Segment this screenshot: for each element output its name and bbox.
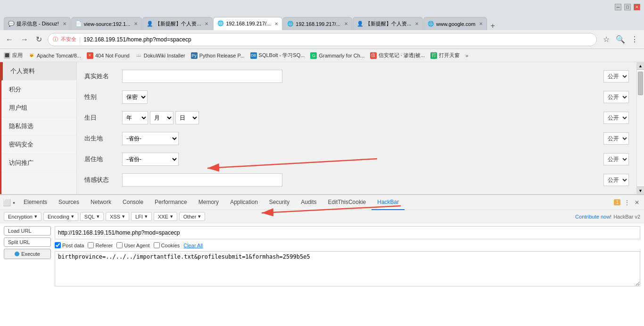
tab-3[interactable]: 👤 【新提醒】个人资... ✕: [142, 17, 213, 30]
visibility-birthplace[interactable]: 公开: [603, 132, 629, 145]
hackbar-menu-sql[interactable]: SQL ▾: [80, 212, 104, 221]
checkbox-referer-input[interactable]: [88, 242, 94, 248]
maximize-button[interactable]: □: [624, 4, 631, 10]
bookmark-sqlbolt[interactable]: DB SQLBolt - 学习SQ...: [250, 52, 305, 59]
tab-performance[interactable]: Performance: [149, 195, 193, 210]
tab-2[interactable]: 📄 view-source:192.1... ✕: [71, 17, 142, 30]
window-controls[interactable]: ─ □ ✕: [615, 4, 640, 10]
post-data-textarea[interactable]: birthprovince=../../../importantfile.txt…: [55, 251, 640, 286]
checkbox-cookies[interactable]: Cookies: [154, 242, 180, 248]
devtools-resize-handle[interactable]: ⬜ ▪: [0, 198, 18, 207]
bookmark-window[interactable]: 打 打开天窗: [430, 52, 460, 59]
devtools-close-btn[interactable]: ✕: [634, 198, 640, 207]
checkbox-referer[interactable]: Referer: [88, 242, 113, 248]
tab-1[interactable]: 💬 提示信息 - Discuz! ✕: [4, 17, 71, 30]
tab-application[interactable]: Application: [224, 195, 264, 210]
sidebar-item-privacy[interactable]: 隐私筛选: [1, 117, 76, 136]
input-realname[interactable]: [122, 70, 282, 83]
sidebar-item-promotion[interactable]: 访问推广: [1, 154, 76, 172]
bookmark-404[interactable]: ✕ 404 Not Found: [87, 52, 130, 59]
tab-editthiscookie[interactable]: EditThisCookie: [322, 195, 372, 210]
vis-select-birthplace[interactable]: 公开: [603, 132, 629, 145]
right-scrollbar[interactable]: ▲ ▼: [636, 62, 644, 194]
sidebar-item-points[interactable]: 积分: [1, 81, 76, 99]
bookmark-note[interactable]: 信 信安笔记 · 渗透|被...: [370, 52, 425, 59]
visibility-birthday[interactable]: 公开: [603, 112, 629, 124]
tab-close-3[interactable]: ✕: [205, 21, 208, 26]
select-month[interactable]: 月: [150, 111, 173, 124]
tab-console[interactable]: Console: [117, 195, 149, 210]
execute-button[interactable]: Execute: [4, 249, 51, 259]
new-tab-button[interactable]: +: [487, 22, 497, 30]
vis-select-relationship[interactable]: 公开: [603, 174, 629, 186]
hackbar-menu-encryption[interactable]: Encryption ▾: [4, 212, 41, 221]
tab-close-2[interactable]: ✕: [134, 21, 138, 26]
tab-elements[interactable]: Elements: [18, 195, 53, 210]
tab-audits[interactable]: Audits: [295, 195, 322, 210]
bookmark-grammarly[interactable]: G Grammarly for Ch...: [310, 52, 364, 59]
forward-button[interactable]: →: [19, 34, 30, 45]
bookmark-apps[interactable]: ⬛ 应用: [4, 52, 23, 59]
select-year[interactable]: 年: [122, 111, 148, 124]
tab-6[interactable]: 👤 【新提醒】个人资... ✕: [353, 17, 423, 30]
vis-select-birthday[interactable]: 公开: [603, 112, 629, 124]
star-button[interactable]: ☆: [601, 34, 612, 45]
checkbox-post-data[interactable]: Post data: [55, 242, 84, 248]
tab-network[interactable]: Network: [85, 195, 117, 210]
sidebar-item-password[interactable]: 密码安全: [1, 136, 76, 154]
input-relationship[interactable]: [122, 173, 282, 187]
address-bar-container[interactable]: ⓘ 不安全 |: [48, 33, 597, 46]
split-url-button[interactable]: Split URL: [4, 237, 51, 247]
select-gender[interactable]: 保密 男 女: [122, 90, 148, 104]
select-birthplace[interactable]: -省份-: [122, 132, 179, 145]
scroll-down-btn[interactable]: ▼: [637, 187, 644, 194]
tab-sources[interactable]: Sources: [53, 195, 85, 210]
tab-7[interactable]: 🌐 www.google.com ✕: [423, 17, 487, 30]
hackbar-menu-encoding[interactable]: Encoding ▾: [43, 212, 78, 221]
devtools-dock-btn[interactable]: ▪: [12, 198, 16, 207]
close-button[interactable]: ✕: [634, 4, 640, 10]
bookmark-doku[interactable]: 📖 DokuWiki Installer: [135, 52, 185, 59]
visibility-realname[interactable]: 公开: [603, 70, 629, 82]
tab-hackbar[interactable]: HackBar: [372, 195, 405, 210]
clear-all-button[interactable]: Clear All: [183, 243, 203, 248]
vis-select-gender[interactable]: 公开: [603, 91, 629, 103]
scroll-up-btn[interactable]: ▲: [637, 62, 644, 70]
sidebar-item-profile[interactable]: 个人资料: [1, 62, 76, 81]
checkbox-cookies-input[interactable]: [154, 242, 160, 248]
bookmark-tomcat[interactable]: 🐱 Apache Tomcat/8...: [28, 52, 81, 59]
reload-button[interactable]: ↻: [34, 34, 44, 45]
tab-4[interactable]: 🌐 192.168.199.217/... ✕: [213, 17, 282, 30]
tab-close-6[interactable]: ✕: [415, 21, 419, 26]
tab-memory[interactable]: Memory: [193, 195, 224, 210]
checkbox-post-input[interactable]: [55, 242, 61, 248]
tab-close-4[interactable]: ✕: [274, 21, 278, 26]
devtools-undock-btn[interactable]: ⬜: [2, 198, 12, 207]
checkbox-user-agent[interactable]: User Agent: [116, 242, 149, 248]
contribute-link[interactable]: Contribute now!: [575, 214, 611, 220]
tab-close-7[interactable]: ✕: [479, 21, 483, 26]
scroll-thumb[interactable]: [638, 72, 643, 95]
tab-security[interactable]: Security: [264, 195, 295, 210]
sidebar-item-usergroup[interactable]: 用户组: [1, 99, 76, 117]
search-button[interactable]: 🔍: [615, 34, 626, 45]
hackbar-menu-other[interactable]: Other ▾: [179, 212, 206, 221]
select-day[interactable]: 日: [175, 111, 199, 124]
bookmarks-more[interactable]: »: [465, 53, 468, 58]
visibility-residence[interactable]: 公开: [603, 153, 629, 165]
vis-select-realname[interactable]: 公开: [603, 70, 629, 82]
vis-select-residence[interactable]: 公开: [603, 153, 629, 165]
hackbar-menu-xxe[interactable]: XXE ▾: [154, 212, 177, 221]
visibility-gender[interactable]: 公开: [603, 91, 629, 103]
url-input[interactable]: [55, 226, 640, 239]
select-residence[interactable]: -省份-: [122, 153, 179, 166]
tab-5[interactable]: 🌐 192.168.199.217/... ✕: [283, 17, 352, 30]
settings-button[interactable]: ⋮: [629, 34, 640, 45]
minimize-button[interactable]: ─: [615, 4, 621, 10]
tab-close-1[interactable]: ✕: [63, 21, 66, 26]
hackbar-menu-lfi[interactable]: LFI ▾: [131, 212, 152, 221]
load-url-button[interactable]: Load URL: [4, 226, 51, 236]
back-button[interactable]: ←: [4, 34, 15, 45]
hackbar-menu-xss[interactable]: XSS ▾: [106, 212, 129, 221]
tab-close-5[interactable]: ✕: [344, 21, 348, 26]
